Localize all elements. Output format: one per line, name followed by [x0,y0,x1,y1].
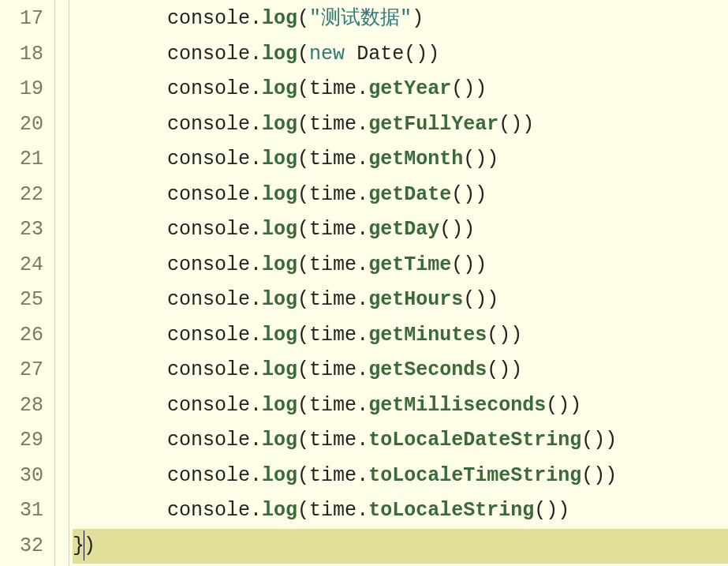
token-paren: () [463,288,487,311]
token-paren: () [463,148,487,171]
code-line[interactable]: console.log(time.getDay()) [73,212,728,248]
code-line[interactable]: console.log("测试数据") [73,2,728,37]
line-number: 23 [0,212,54,248]
token-dot: . [250,183,262,206]
token-paren: ( [297,288,309,311]
line-number: 29 [0,423,54,459]
token-paren: () [487,324,510,347]
code-line[interactable]: console.log(time.getFullYear()) [73,107,728,143]
token-dot: . [357,148,368,171]
token-paren: () [451,253,475,276]
line-number-gutter: 17181920212223242526272829303132 [0,0,55,566]
token-paren: ) [558,499,569,522]
token-dot: . [357,183,368,206]
token-dot: . [250,7,262,30]
token-paren: ( [297,358,309,381]
token-method: getTime [368,253,451,276]
code-line[interactable]: console.log(time.toLocaleString()) [73,493,728,529]
token-obj: console [167,324,250,347]
token-method: log [262,77,297,100]
token-dot: . [357,429,368,452]
token-dot: . [357,499,368,522]
token-obj: time [309,113,357,136]
token-type: Date [357,43,404,66]
token-brace: } [73,534,84,557]
line-number: 24 [0,248,54,283]
token-method: getYear [368,77,451,100]
token-obj: console [167,43,250,66]
code-line[interactable]: console.log(time.getSeconds()) [73,353,728,388]
token-paren: () [487,358,510,381]
token-dot: . [250,218,262,241]
token-method: log [262,253,297,276]
token-paren: ( [297,43,309,66]
token-obj: console [167,288,250,311]
token-method: log [262,499,297,522]
token-obj: console [167,148,250,171]
token-dot: . [357,288,368,311]
line-number: 30 [0,459,54,494]
token-obj: console [167,7,250,30]
token-dot: . [250,77,262,100]
token-method: getMilliseconds [368,394,546,417]
token-method: log [262,464,297,487]
token-method: log [262,394,297,417]
token-method: getSeconds [368,358,487,381]
token-method: getMonth [368,148,463,171]
line-number: 17 [0,2,54,37]
token-obj: console [167,464,250,487]
token-paren: ) [510,358,522,381]
token-dot: . [250,253,262,276]
code-line[interactable]: console.log(time.toLocaleDateString()) [73,423,728,459]
code-editor-area[interactable]: console.log("测试数据") console.log(new Date… [69,0,728,566]
token-plain [345,43,357,66]
token-dot: . [250,464,262,487]
line-number: 22 [0,178,54,213]
token-paren: ( [297,77,309,100]
code-line[interactable]: console.log(time.getMinutes()) [73,318,728,354]
token-paren: () [546,394,569,417]
token-paren: () [534,499,558,522]
token-paren: ( [297,183,309,206]
token-paren: ) [510,324,522,347]
token-paren: () [404,43,427,66]
code-line[interactable]: console.log(time.getMonth()) [73,142,728,178]
token-method: log [262,358,297,381]
token-method: getFullYear [368,113,498,136]
token-paren: ) [487,148,498,171]
code-line[interactable]: console.log(new Date()) [73,37,728,73]
token-obj: console [167,394,250,417]
code-line[interactable]: console.log(time.getHours()) [73,283,728,318]
token-paren: ( [297,429,309,452]
token-obj: time [309,429,357,452]
token-obj: console [167,429,250,452]
token-paren: ( [297,324,309,347]
code-line[interactable]: console.log(time.toLocaleTimeString()) [73,459,728,494]
token-method: log [262,7,297,30]
token-method: getHours [368,288,463,311]
token-obj: time [309,183,357,206]
line-number: 27 [0,353,54,388]
token-obj: time [309,288,357,311]
code-line[interactable]: console.log(time.getTime()) [73,248,728,283]
token-obj: time [309,218,357,241]
token-method: toLocaleString [368,499,534,522]
token-method: log [262,324,297,347]
token-obj: time [309,77,357,100]
code-line[interactable]: console.log(time.getMilliseconds()) [73,388,728,424]
line-number: 26 [0,318,54,354]
token-method: getMinutes [368,324,487,347]
token-obj: time [309,464,357,487]
line-number: 32 [0,529,54,564]
token-dot: . [250,113,262,136]
code-line[interactable]: console.log(time.getYear()) [73,72,728,107]
code-line[interactable]: }) [73,529,728,564]
token-paren: () [581,464,605,487]
line-number: 19 [0,72,54,107]
code-line[interactable]: console.log(time.getDate()) [73,178,728,213]
token-paren: ( [297,148,309,171]
token-obj: time [309,499,357,522]
token-paren: ( [297,394,309,417]
token-method: toLocaleDateString [368,429,581,452]
token-obj: time [309,253,357,276]
